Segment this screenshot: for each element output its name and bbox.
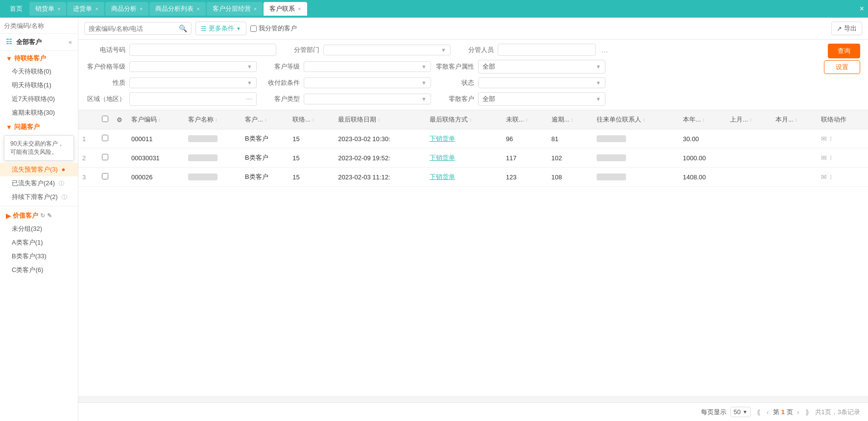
settings-button[interactable]: 设置 <box>824 60 860 74</box>
sidebar-item-overdue[interactable]: 逾期未联络(30) <box>0 106 78 120</box>
close-icon[interactable]: × <box>254 6 257 12</box>
sidebar-item-class-c[interactable]: C类客户(6) <box>0 263 78 277</box>
tab-customer-layering[interactable]: 客户分层经营 × <box>207 2 263 16</box>
more-actions-icon[interactable]: ⁝ <box>830 173 832 181</box>
th-last-month[interactable]: 上月... ↕ <box>726 110 772 129</box>
my-customers-checkbox-wrap[interactable]: 我分管的客户 <box>250 24 297 33</box>
cell-last-contact-method[interactable]: 下销货单 <box>426 129 502 149</box>
close-icon[interactable]: × <box>140 6 143 12</box>
all-customers-item[interactable]: ☷ 全部客户 « <box>0 34 78 51</box>
region-label: 区域（地区） <box>86 95 125 103</box>
more-actions-icon[interactable]: ⁝ <box>830 154 832 162</box>
th-this-month[interactable]: 本月... ↕ <box>772 110 817 129</box>
th-contact[interactable]: 联络... ↕ <box>289 110 334 129</box>
cell-last-contact-method[interactable]: 下销货单 <box>426 168 502 187</box>
nature-select[interactable]: ▼ <box>129 77 257 88</box>
tab-product-analysis-list[interactable]: 商品分析列表 × <box>149 2 205 16</box>
cust-level-select[interactable]: ▼ <box>304 61 431 72</box>
row-checkbox[interactable] <box>102 135 108 141</box>
cust-type-select[interactable]: ▼ <box>304 94 431 104</box>
sidebar-item-churned[interactable]: 已流失客户(24) ⓘ <box>0 176 78 190</box>
sidebar-item-today[interactable]: 今天待联络(0) <box>0 65 78 78</box>
col-label: 最后联络日期 <box>338 115 376 124</box>
window-close-button[interactable]: × <box>860 4 864 13</box>
close-icon[interactable]: × <box>298 6 301 12</box>
close-icon[interactable]: × <box>57 6 60 12</box>
dept-select[interactable]: ▼ <box>323 45 451 55</box>
collapse-icon[interactable]: « <box>69 39 72 46</box>
search-input[interactable] <box>89 25 177 32</box>
th-cust-type[interactable]: 客户... ↕ <box>241 110 289 129</box>
group-value-customers[interactable]: ▶ 价值客户 ↻ ✎ <box>0 208 78 222</box>
row-checkbox[interactable] <box>102 154 108 160</box>
person-input[interactable] <box>498 44 596 56</box>
sidebar-item-7days[interactable]: 近7天待联络(0) <box>0 92 78 106</box>
zero-customer-select[interactable]: 全部 ▼ <box>478 92 605 106</box>
tab-label: 销货单 <box>35 4 54 13</box>
tab-product-analysis[interactable]: 商品分析 × <box>105 2 148 16</box>
group-pending-contact[interactable]: ▼ 待联络客户 <box>0 51 78 65</box>
horizontal-scrollbar[interactable] <box>78 396 868 402</box>
page-size-select[interactable]: 50 ▼ <box>730 407 751 417</box>
sidebar-item-declining[interactable]: 持续下滑客户(2) ⓘ <box>0 190 78 204</box>
th-not-contacted[interactable]: 未联... ↕ <box>502 110 548 129</box>
status-select[interactable]: ▼ <box>478 77 605 88</box>
first-page-button[interactable]: ⟪ <box>755 407 763 417</box>
contact-icon[interactable]: ✉ <box>821 154 827 162</box>
item-label: 已流失客户(24) <box>12 179 55 187</box>
export-button[interactable]: ↗ 导出 <box>831 22 862 35</box>
home-tab[interactable]: 首页 <box>4 4 28 13</box>
price-level-select[interactable]: ▼ <box>129 61 257 72</box>
row-checkbox[interactable] <box>102 173 108 179</box>
zero-attr-select[interactable]: 全部 ▼ <box>478 60 605 74</box>
sidebar-item-class-b[interactable]: B类客户(33) <box>0 249 78 263</box>
contact-icon[interactable]: ✉ <box>821 173 827 181</box>
group-problem-customers[interactable]: ▼ 问题客户 <box>0 120 78 133</box>
col-label: 客户名称 <box>188 115 214 124</box>
next-page-button[interactable]: › <box>795 407 801 417</box>
payment-select[interactable]: ▼ <box>304 77 431 88</box>
settings-icon[interactable]: ⚙ <box>117 116 122 124</box>
sidebar-item-ungrouped[interactable]: 未分组(32) <box>0 222 78 236</box>
phone-input[interactable] <box>129 44 276 56</box>
th-cust-code[interactable]: 客户编码 ↕ <box>127 110 184 129</box>
contact-method-link[interactable]: 下销货单 <box>430 173 455 180</box>
th-cust-name[interactable]: 客户名称 ↕ <box>184 110 241 129</box>
more-actions-icon[interactable]: ⁝ <box>830 135 832 143</box>
sidebar-item-class-a[interactable]: A类客户(1) <box>0 236 78 249</box>
refresh-icon[interactable]: ↻ <box>40 212 45 219</box>
th-last-contact-method[interactable]: 最后联络方式 ↕ <box>426 110 502 129</box>
contact-method-link[interactable]: 下销货单 <box>430 135 455 142</box>
contact-icon[interactable]: ✉ <box>821 135 827 143</box>
search-wrap: 🔍 <box>84 22 192 35</box>
select-all-checkbox[interactable] <box>102 116 108 122</box>
my-customers-checkbox[interactable] <box>250 25 257 32</box>
region-select[interactable]: ··· <box>129 92 257 106</box>
sidebar-item-churn-warning[interactable]: 流失预警客户(3) ● <box>0 163 78 176</box>
sidebar-item-tomorrow[interactable]: 明天待联络(1) <box>0 78 78 92</box>
more-button[interactable]: ... <box>600 46 610 54</box>
th-unit-contact[interactable]: 往来单位联系人 ↕ <box>593 110 679 129</box>
th-this-year[interactable]: 本年... ↕ <box>679 110 726 129</box>
search-icon[interactable]: 🔍 <box>179 25 187 32</box>
close-icon[interactable]: × <box>196 6 199 12</box>
th-last-contact-date[interactable]: 最后联络日期 ↕ <box>334 110 426 129</box>
tab-sales-order[interactable]: 销货单 × <box>29 2 66 16</box>
prev-page-button[interactable]: ‹ <box>765 407 771 417</box>
zero-attr-label: 零散客户属性 <box>435 62 474 71</box>
close-icon[interactable]: × <box>95 6 98 12</box>
query-button[interactable]: 查询 <box>828 44 860 58</box>
edit-icon[interactable]: ✎ <box>47 212 52 219</box>
cell-checkbox[interactable] <box>98 149 113 168</box>
cell-last-contact-method[interactable]: 下销货单 <box>426 149 502 168</box>
tab-customer-contact[interactable]: 客户联系 × <box>264 2 307 16</box>
th-overdue[interactable]: 逾期... ↕ <box>548 110 593 129</box>
cell-checkbox[interactable] <box>98 129 113 149</box>
more-filters-button[interactable]: ☰ 更多条件 ▼ <box>195 22 246 35</box>
cell-cust-name <box>184 149 241 168</box>
cell-checkbox[interactable] <box>98 168 113 187</box>
last-page-button[interactable]: ⟫ <box>803 407 811 417</box>
contact-method-link[interactable]: 下销货单 <box>430 154 455 161</box>
category-search-input[interactable] <box>4 22 78 29</box>
tab-purchase-order[interactable]: 进货单 × <box>67 2 104 16</box>
